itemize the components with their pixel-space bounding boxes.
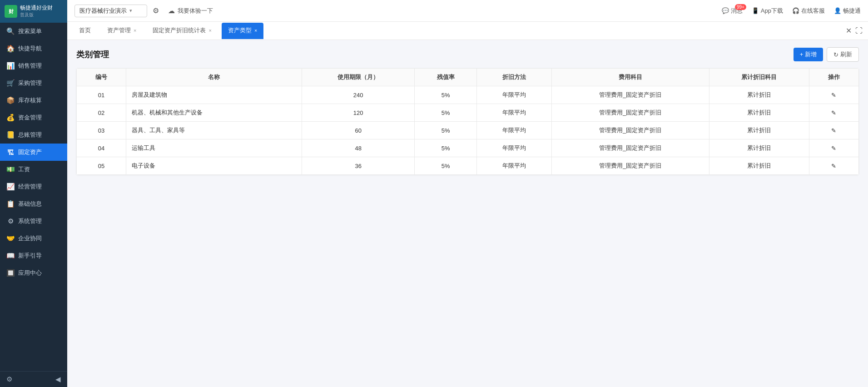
operation-icon: 📈 — [6, 183, 15, 191]
cell-action-1[interactable]: ✎ — [809, 104, 858, 122]
sales-icon: 📊 — [6, 62, 15, 70]
cell-action-4[interactable]: ✎ — [809, 157, 858, 175]
payroll-icon: 💵 — [6, 165, 15, 174]
header-actions: + 新增 ↻ 刷新 — [794, 47, 859, 62]
sidebar-item-system[interactable]: ⚙系统管理 — [0, 213, 67, 230]
sidebar-item-sales[interactable]: 📊销售管理 — [0, 57, 67, 74]
cell-cost-subject-2: 管理费用_固定资产折旧 — [551, 122, 709, 139]
settings-icon[interactable]: ⚙ — [6, 375, 12, 383]
tab-fixed-asset-table-label: 固定资产折旧统计表 — [153, 26, 206, 35]
tab-home[interactable]: 首页 — [73, 23, 97, 39]
cell-cost-subject-4: 管理费用_固定资产折旧 — [551, 157, 709, 175]
search-icon: 🔍 — [6, 27, 15, 35]
sidebar-label-payroll: 工资 — [18, 165, 30, 174]
col-usage-period: 使用期限（月） — [302, 69, 415, 86]
sidebar-item-operation[interactable]: 📈经营管理 — [0, 178, 67, 195]
cell-depreciation-method-4: 年限平均 — [477, 157, 552, 175]
logo-icon: 财 — [5, 5, 17, 18]
cell-cost-subject-1: 管理费用_固定资产折旧 — [551, 104, 709, 122]
sidebar-nav: 🔍搜索菜单🏠快捷导航📊销售管理🛒采购管理📦库存核算💰资金管理📒总账管理🏗固定资产… — [0, 23, 67, 371]
cell-residual-rate-4: 5% — [415, 157, 477, 175]
sidebar-item-inventory[interactable]: 📦库存核算 — [0, 92, 67, 109]
sidebar-label-app-center: 应用中心 — [18, 269, 42, 277]
sidebar: 财 畅捷通好业财 普及版 🔍搜索菜单🏠快捷导航📊销售管理🛒采购管理📦库存核算💰资… — [0, 0, 67, 387]
cell-usage-period-1: 120 — [302, 104, 415, 122]
sidebar-item-ledger[interactable]: 📒总账管理 — [0, 126, 67, 144]
messages-button[interactable]: 💬 消息 99+ — [722, 7, 743, 15]
sidebar-item-search[interactable]: 🔍搜索菜单 — [0, 23, 67, 40]
logo-badge: 普及版 — [20, 12, 53, 18]
cell-action-0[interactable]: ✎ — [809, 86, 858, 104]
cell-depreciation-method-1: 年限平均 — [477, 104, 552, 122]
cell-action-2[interactable]: ✎ — [809, 122, 858, 139]
message-icon: 💬 — [722, 7, 729, 14]
tab-fixed-asset-table-close[interactable]: × — [208, 28, 211, 33]
cell-action-3[interactable]: ✎ — [809, 139, 858, 157]
col-action: 操作 — [809, 69, 858, 86]
new-button[interactable]: + 新增 — [794, 48, 823, 61]
col-depreciation-method: 折旧方法 — [477, 69, 552, 86]
fund-icon: 💰 — [6, 114, 15, 122]
refresh-label: 刷新 — [840, 50, 852, 59]
tab-asset-mgmt[interactable]: 资产管理 × — [101, 23, 143, 39]
cell-residual-rate-2: 5% — [415, 122, 477, 139]
cell-cost-subject-3: 管理费用_固定资产折旧 — [551, 139, 709, 157]
headset-icon: 🎧 — [792, 7, 799, 14]
purchase-icon: 🛒 — [6, 79, 15, 87]
company-selector[interactable]: 医疗器械行业演示 ▾ — [74, 5, 147, 17]
cell-residual-rate-3: 5% — [415, 139, 477, 157]
cell-usage-period-0: 240 — [302, 86, 415, 104]
sidebar-label-sales: 销售管理 — [18, 62, 42, 70]
sidebar-item-guide[interactable]: 📖新手引导 — [0, 247, 67, 264]
tab-fixed-asset-table[interactable]: 固定资产折旧统计表 × — [146, 23, 218, 39]
inventory-icon: 📦 — [6, 96, 15, 104]
sidebar-item-quick-nav[interactable]: 🏠快捷导航 — [0, 40, 67, 57]
sidebar-item-payroll[interactable]: 💵工资 — [0, 161, 67, 178]
sidebar-item-app-center[interactable]: 🔲应用中心 — [0, 264, 67, 282]
sidebar-label-inventory: 库存核算 — [18, 96, 42, 104]
collapse-icon[interactable]: ◀ — [55, 375, 61, 383]
sidebar-label-fund: 资金管理 — [18, 114, 42, 122]
cell-name-3: 运输工具 — [126, 139, 302, 157]
cell-usage-period-2: 60 — [302, 122, 415, 139]
cell-depreciation-method-2: 年限平均 — [477, 122, 552, 139]
topbar: 医疗器械行业演示 ▾ ⚙ ☁ 我要体验一下 💬 消息 99+ 📱 App下载 🎧… — [67, 0, 868, 22]
tab-asset-type-label: 资产类型 — [228, 26, 252, 35]
sidebar-item-cooperation[interactable]: 🤝企业协同 — [0, 230, 67, 247]
cell-name-0: 房屋及建筑物 — [126, 86, 302, 104]
tab-asset-type[interactable]: 资产类型 × — [222, 23, 263, 39]
window-controls: ✕ ⛶ — [846, 26, 863, 35]
experience-text: 我要体验一下 — [178, 7, 213, 15]
system-icon: ⚙ — [6, 217, 15, 225]
settings-gear-icon[interactable]: ⚙ — [153, 6, 159, 15]
sidebar-item-purchase[interactable]: 🛒采购管理 — [0, 74, 67, 92]
cell-code-3: 04 — [77, 139, 126, 157]
online-service-button[interactable]: 🎧 在线客服 — [792, 7, 825, 15]
app-download-button[interactable]: 📱 App下载 — [752, 7, 783, 15]
tab-asset-mgmt-label: 资产管理 — [107, 26, 131, 35]
sidebar-item-basic-info[interactable]: 📋基础信息 — [0, 195, 67, 213]
tab-asset-type-close[interactable]: × — [254, 28, 257, 33]
tabbar: 首页 资产管理 × 固定资产折旧统计表 × 资产类型 × ✕ ⛶ — [67, 22, 868, 40]
expand-window-icon[interactable]: ⛶ — [855, 27, 863, 35]
refresh-icon: ↻ — [833, 51, 838, 58]
sidebar-label-operation: 经营管理 — [18, 183, 42, 191]
main-content: 医疗器械行业演示 ▾ ⚙ ☁ 我要体验一下 💬 消息 99+ 📱 App下载 🎧… — [67, 0, 868, 387]
refresh-button[interactable]: ↻ 刷新 — [827, 47, 859, 62]
cell-accumulated-subject-0: 累计折旧 — [709, 86, 809, 104]
experience-button[interactable]: ☁ 我要体验一下 — [164, 5, 217, 17]
close-window-icon[interactable]: ✕ — [846, 26, 852, 35]
sidebar-label-system: 系统管理 — [18, 217, 42, 225]
cell-name-2: 器具、工具、家具等 — [126, 122, 302, 139]
tab-asset-mgmt-close[interactable]: × — [134, 28, 136, 33]
sidebar-item-fixed-asset[interactable]: 🏗固定资产 — [0, 144, 67, 161]
table-header-row: 编号 名称 使用期限（月） 残值率 折旧方法 费用科目 累计折旧科目 操作 — [77, 69, 859, 86]
page-title: 类别管理 — [76, 49, 109, 60]
cloud-icon: ☁ — [168, 7, 175, 15]
cell-name-1: 机器、机械和其他生产设备 — [126, 104, 302, 122]
topbar-right: 💬 消息 99+ 📱 App下载 🎧 在线客服 👤 畅捷通 — [722, 7, 861, 15]
user-menu[interactable]: 👤 畅捷通 — [834, 7, 861, 15]
sidebar-item-fund[interactable]: 💰资金管理 — [0, 109, 67, 126]
category-table: 编号 名称 使用期限（月） 残值率 折旧方法 费用科目 累计折旧科目 操作 01… — [76, 68, 859, 175]
ledger-icon: 📒 — [6, 131, 15, 139]
